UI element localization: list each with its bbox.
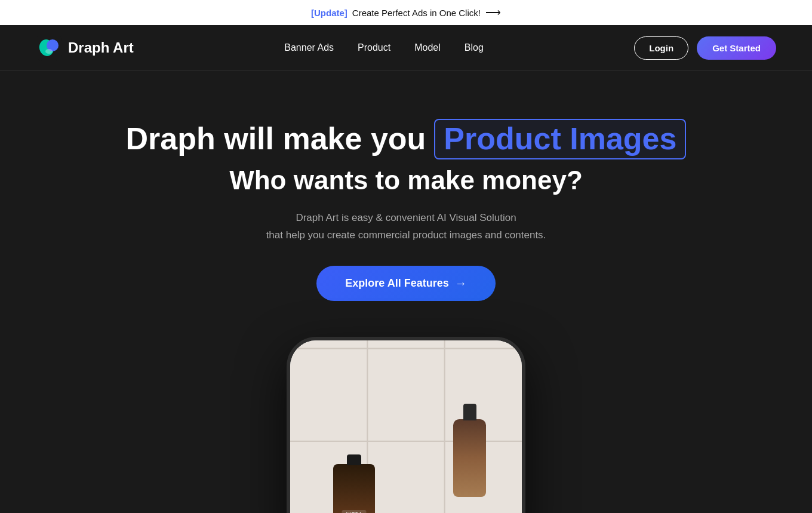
draph-art-logo-icon bbox=[36, 35, 62, 61]
nav-item-model[interactable]: Model bbox=[414, 42, 441, 53]
svg-point-3 bbox=[45, 49, 53, 54]
skincare-bottle-body bbox=[453, 419, 486, 497]
skincare-bottle bbox=[453, 419, 486, 497]
announcement-bar: [Update] Create Perfect Ads in One Click… bbox=[0, 0, 812, 25]
phone-img-right bbox=[417, 371, 522, 513]
hero-subheadline: Who wants to make money? bbox=[12, 165, 800, 195]
svg-rect-13 bbox=[290, 340, 522, 513]
announcement-text: Create Perfect Ads in One Click! bbox=[352, 8, 481, 18]
hero-description: Draph Art is easy & convenient AI Visual… bbox=[12, 210, 800, 244]
nav-item-banner-ads[interactable]: Banner Ads bbox=[284, 42, 334, 53]
announcement-arrow: ⟶ bbox=[485, 6, 501, 19]
bottle-brand-label: AVEDA bbox=[342, 510, 366, 513]
skincare-bottle-cap bbox=[463, 404, 476, 420]
explore-button[interactable]: Explore All Features → bbox=[316, 266, 495, 301]
hero-headline: Draph will make you Product Images bbox=[12, 119, 800, 159]
phone-screen-content: AVEDA bbox=[290, 371, 522, 513]
bottle-body: AVEDA bbox=[333, 464, 375, 513]
hero-headline-highlight: Product Images bbox=[434, 119, 686, 159]
nav-item-product[interactable]: Product bbox=[358, 42, 390, 53]
nav-links: Banner Ads Product Model Blog bbox=[284, 42, 483, 53]
nav-item-blog[interactable]: Blog bbox=[465, 42, 484, 53]
hero-content: Draph will make you Product Images Who w… bbox=[0, 71, 812, 301]
bottle-cap bbox=[347, 454, 361, 465]
hero-headline-static: Draph will make you bbox=[126, 121, 426, 157]
get-started-button[interactable]: Get Started bbox=[697, 36, 776, 60]
phone-mockup-area: 9:41 ▋▋▋ WiFi ▐▌ bbox=[0, 337, 812, 513]
explore-button-label: Explore All Features bbox=[345, 277, 448, 290]
hero-description-line2: that help you create commercial product … bbox=[12, 227, 800, 244]
phone-mockup: 9:41 ▋▋▋ WiFi ▐▌ bbox=[287, 337, 525, 513]
hero-description-line1: Draph Art is easy & convenient AI Visual… bbox=[12, 210, 800, 227]
login-button[interactable]: Login bbox=[634, 36, 688, 60]
essential-oil-bottle: AVEDA bbox=[333, 464, 375, 513]
hero-section: Draph will make you Product Images Who w… bbox=[0, 71, 812, 513]
explore-arrow-icon: → bbox=[455, 277, 467, 290]
update-link[interactable]: [Update] bbox=[311, 8, 347, 18]
bathroom-bg bbox=[290, 340, 522, 513]
navbar: Draph Art Banner Ads Product Model Blog … bbox=[0, 25, 812, 71]
logo-text: Draph Art bbox=[68, 39, 134, 56]
logo[interactable]: Draph Art bbox=[36, 35, 134, 61]
nav-actions: Login Get Started bbox=[634, 36, 776, 60]
